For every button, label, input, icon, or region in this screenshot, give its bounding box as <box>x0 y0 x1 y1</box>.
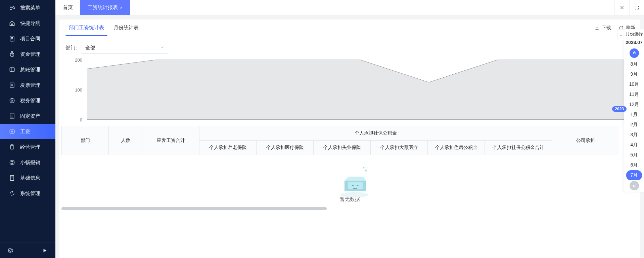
close-all-button[interactable] <box>614 0 629 15</box>
month-panel-title: 月份选择 <box>624 29 644 38</box>
sidebar-item-label: 发票管理 <box>20 82 40 88</box>
svg-point-13 <box>10 191 14 195</box>
sidebar-item-3[interactable]: ¥资金管理 <box>0 46 55 62</box>
fullscreen-button[interactable] <box>629 0 644 15</box>
month-option[interactable]: 8月 <box>624 59 644 69</box>
search-list-icon <box>9 4 15 11</box>
svg-point-14 <box>10 250 11 251</box>
sidebar-item-0[interactable]: 搜索菜单 <box>0 0 55 15</box>
month-option[interactable]: 11月 <box>624 89 644 100</box>
th: 应发工资合计 <box>142 126 199 155</box>
topbar: 首页工资统计报表× <box>55 0 644 15</box>
y-tick: 100 <box>65 87 82 93</box>
sidebar-item-11[interactable]: 基础信息 <box>0 170 55 186</box>
month-option[interactable]: 4月 <box>624 140 644 150</box>
sidebar-item-label: 基础信息 <box>20 175 40 181</box>
sidebar-item-label: 总账管理 <box>20 67 40 73</box>
chevron-down-icon <box>160 45 165 51</box>
th: 公司承担 <box>552 126 619 155</box>
svg-rect-21 <box>357 185 359 186</box>
y-tick: 200 <box>65 58 82 63</box>
sidebar-item-1[interactable]: 快捷导航 <box>0 15 55 31</box>
svg-point-8 <box>11 131 13 132</box>
report-panel: 部门工资统计表月份统计表 下载 刷新 部门: 全部 <box>59 20 640 258</box>
svg-point-0 <box>13 7 14 8</box>
tab-0[interactable]: 首页 <box>55 0 80 15</box>
svg-rect-20 <box>352 185 354 186</box>
salary-table: 部门人数应发工资合计个人承担社保公积金公司承担个人承担养老保险个人承担医疗保险个… <box>61 126 619 155</box>
svg-rect-22 <box>353 188 357 189</box>
scrollbar-thumb[interactable] <box>61 207 327 210</box>
sidebar-item-9[interactable]: 经营管理 <box>0 139 55 155</box>
sidebar-list: 搜索菜单快捷导航项目合同¥资金管理总账管理发票管理税务管理固定资产工资经营管理小… <box>0 0 55 243</box>
th: 个人承担社保公积金 <box>199 126 552 141</box>
sidebar-item-10[interactable]: 小畅报销 <box>0 155 55 170</box>
th: 个人承担住房公积金 <box>428 141 485 155</box>
th: 个人承担医疗保险 <box>257 141 314 155</box>
download-icon <box>594 25 600 31</box>
th: 个人承担失业保险 <box>314 141 371 155</box>
svg-point-16 <box>340 192 369 197</box>
month-option[interactable]: 1月 <box>624 110 644 120</box>
reimburse-icon <box>9 159 15 166</box>
tab-1[interactable]: 工资统计报表× <box>80 0 130 15</box>
th: 人数 <box>109 126 142 155</box>
download-label: 下载 <box>602 25 611 31</box>
sidebar: 搜索菜单快捷导航项目合同¥资金管理总账管理发票管理税务管理固定资产工资经营管理小… <box>0 0 55 258</box>
file-icon <box>9 175 15 181</box>
sidebar-item-label: 税务管理 <box>20 98 40 104</box>
year-badge: 2023 <box>612 106 627 112</box>
sidebar-item-4[interactable]: 总账管理 <box>0 62 55 77</box>
dept-select[interactable]: 全部 <box>81 42 168 54</box>
month-option[interactable]: 2月 <box>624 120 644 130</box>
month-option[interactable]: 10月 <box>624 79 644 89</box>
subtab-0[interactable]: 部门工资统计表 <box>64 20 109 36</box>
month-option[interactable]: 3月 <box>624 130 644 140</box>
month-up-button[interactable] <box>630 48 639 58</box>
th: 个人承担社保公积金合计 <box>485 141 552 155</box>
subtab-1[interactable]: 月份统计表 <box>109 20 143 36</box>
month-selector: 月份选择 2023.07 8月9月10月11月12月1月2月3月4月5月6月7月 <box>624 29 644 192</box>
table-wrap: 部门人数应发工资合计个人承担社保公积金公司承担个人承担养老保险个人承担医疗保险个… <box>61 126 638 206</box>
svg-rect-7 <box>10 130 14 133</box>
sidebar-item-2[interactable]: 项目合同 <box>0 31 55 46</box>
month-option[interactable]: 9月 <box>624 69 644 79</box>
sidebar-item-label: 小畅报销 <box>20 159 40 166</box>
tab-label: 工资统计报表 <box>88 4 118 11</box>
sidebar-item-5[interactable]: 发票管理 <box>0 77 55 93</box>
th: 个人承担养老保险 <box>199 141 257 155</box>
close-icon[interactable]: × <box>120 5 123 10</box>
sidebar-item-label: 搜索菜单 <box>20 5 40 11</box>
subtabs: 部门工资统计表月份统计表 下载 刷新 <box>59 20 640 36</box>
sidebar-item-8[interactable]: 工资 <box>0 124 55 139</box>
sidebar-item-label: 资金管理 <box>20 51 40 58</box>
month-option[interactable]: 7月 <box>626 170 642 180</box>
month-down-button[interactable] <box>630 181 639 190</box>
moneybag-icon: ¥ <box>9 51 15 58</box>
svg-text:¥: ¥ <box>11 53 13 56</box>
y-tick: 0 <box>65 117 82 122</box>
cycle-icon <box>9 190 15 197</box>
sidebar-item-7[interactable]: 固定资产 <box>0 108 55 124</box>
download-button[interactable]: 下载 <box>594 25 611 31</box>
month-option[interactable]: 6月 <box>624 160 644 170</box>
month-option[interactable]: 12月 <box>624 100 644 110</box>
svg-rect-3 <box>10 68 14 72</box>
sidebar-item-12[interactable]: 系统管理 <box>0 186 55 201</box>
month-option[interactable]: 5月 <box>624 150 644 160</box>
th: 部门 <box>62 126 109 155</box>
home-icon <box>9 20 15 27</box>
svg-rect-4 <box>10 83 14 87</box>
sidebar-item-6[interactable]: 税务管理 <box>0 93 55 108</box>
sidebar-item-label: 经营管理 <box>20 144 40 150</box>
empty-state: 暂无数据 <box>61 155 638 206</box>
gear-icon[interactable] <box>7 248 13 254</box>
collapse-icon[interactable] <box>42 248 48 254</box>
month-panel-toggle[interactable] <box>617 29 624 40</box>
ledger-icon <box>9 66 15 73</box>
clipboard-icon <box>9 144 15 150</box>
svg-rect-6 <box>10 114 14 118</box>
horizontal-scrollbar[interactable] <box>61 207 638 211</box>
sidebar-item-label: 固定资产 <box>20 113 40 119</box>
building-icon <box>9 113 15 119</box>
